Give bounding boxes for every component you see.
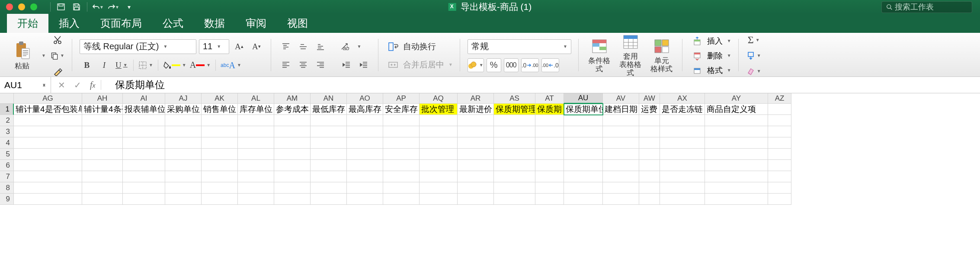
cell[interactable] [639,137,660,149]
cell[interactable] [639,194,660,205]
cell[interactable] [705,182,768,194]
cell[interactable] [603,182,639,194]
cell[interactable] [768,182,791,194]
autosum-button[interactable]: Σ▼ [746,33,762,47]
cell[interactable] [311,194,347,205]
cell[interactable] [458,160,494,171]
cell[interactable] [660,171,705,182]
row-header[interactable]: 5 [0,149,14,160]
cell[interactable] [165,194,202,205]
number-format-combo[interactable]: 常规▼ [468,39,571,54]
cell[interactable] [202,194,238,205]
align-left-button[interactable] [279,58,293,72]
paste-button[interactable]: 粘贴 [9,41,35,70]
cell[interactable] [535,194,564,205]
column-header[interactable]: AZ [768,93,791,104]
cell[interactable]: 运费 [639,104,660,115]
align-right-button[interactable] [313,58,328,72]
cell[interactable] [202,160,238,171]
column-header[interactable]: AY [705,93,768,104]
column-header[interactable]: AP [383,93,420,104]
cell[interactable] [603,194,639,205]
cell[interactable] [165,182,202,194]
align-center-button[interactable] [296,58,311,72]
cell[interactable] [165,115,202,126]
align-top-button[interactable] [279,40,293,54]
cell[interactable] [705,194,768,205]
cell[interactable] [274,126,311,137]
cell[interactable] [660,149,705,160]
cell[interactable] [82,126,123,137]
cell-styles-button[interactable]: 单元 格样式 [648,38,675,73]
cell[interactable] [458,194,494,205]
tab-page-layout[interactable]: 页面布局 [90,13,152,33]
cell[interactable] [311,171,347,182]
cell[interactable] [311,160,347,171]
cell[interactable] [165,149,202,160]
cell[interactable]: 参考成本 [274,104,311,115]
cell[interactable] [564,160,603,171]
cell[interactable] [82,115,123,126]
cell[interactable] [420,182,458,194]
cell[interactable] [274,182,311,194]
clear-button[interactable]: ▼ [746,64,762,78]
cell[interactable] [639,126,660,137]
format-cells-button[interactable] [690,64,705,77]
cell[interactable] [165,160,202,171]
undo-button[interactable]: ▼ [92,2,104,12]
tab-review[interactable]: 审阅 [235,13,277,33]
cell[interactable] [458,126,494,137]
cell[interactable] [238,137,274,149]
merge-center-button[interactable] [386,58,400,72]
format-as-table-button[interactable]: 套用 表格格式 [617,34,644,77]
tab-insert[interactable]: 插入 [48,13,90,33]
cell[interactable] [383,182,420,194]
decrease-decimal-button[interactable]: .00.0 [541,58,559,72]
paste-dropdown[interactable]: ▼ [42,53,46,58]
cell[interactable]: 商品自定义项 [705,104,768,115]
bold-button[interactable]: B [80,58,94,72]
cell[interactable] [347,160,383,171]
cell[interactable] [535,137,564,149]
fill-color-button[interactable]: ▼ [163,58,187,72]
cell[interactable] [639,115,660,126]
column-header[interactable]: AL [238,93,274,104]
cell[interactable] [660,182,705,194]
cut-button[interactable] [50,34,65,47]
cell[interactable] [535,171,564,182]
cell[interactable] [603,160,639,171]
align-bottom-button[interactable] [313,40,328,54]
cell[interactable] [458,115,494,126]
cell[interactable] [564,115,603,126]
cell[interactable] [458,171,494,182]
cell[interactable] [383,194,420,205]
delete-cells-button[interactable] [690,49,705,62]
conditional-format-button[interactable]: 条件格式 [586,38,613,73]
cell[interactable] [14,115,82,126]
save-icon[interactable] [70,2,83,12]
cell[interactable] [705,160,768,171]
underline-button[interactable]: U▼ [114,58,129,72]
cell[interactable] [82,182,123,194]
cell[interactable] [603,171,639,182]
cell[interactable] [202,171,238,182]
cell[interactable] [238,171,274,182]
cell[interactable] [494,182,535,194]
cell[interactable] [420,126,458,137]
cell[interactable]: 最新进价 [458,104,494,115]
font-color-button[interactable]: A▼ [189,58,211,72]
cell[interactable] [420,171,458,182]
cell[interactable] [347,194,383,205]
cell[interactable] [347,126,383,137]
cell[interactable] [238,149,274,160]
cell[interactable] [202,137,238,149]
cell[interactable] [383,126,420,137]
cell[interactable] [420,137,458,149]
cell[interactable] [660,137,705,149]
cell[interactable] [123,126,165,137]
cell[interactable] [123,194,165,205]
cell[interactable]: 保质期 [535,104,564,115]
cell[interactable]: 安全库存 [383,104,420,115]
column-header[interactable]: AN [311,93,347,104]
cell[interactable] [705,149,768,160]
